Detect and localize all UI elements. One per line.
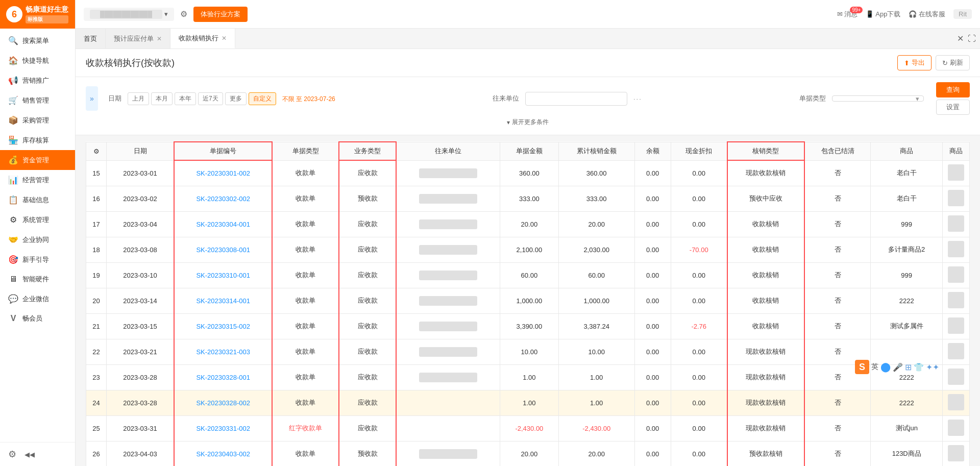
table-row: 17 2023-03-04 SK-20230304-001 收款单 应收款 ██… (86, 211, 970, 237)
cell-no: 22 (86, 339, 107, 364)
chevron-down-icon[interactable]: ▾ (164, 10, 168, 18)
sidebar-item-guide[interactable]: 🎯 新手引导 (0, 250, 75, 269)
search-icon: 🔍 (8, 36, 18, 45)
partner-input[interactable] (525, 92, 627, 106)
collapse-arrow-icon[interactable]: ◀◀ (24, 451, 35, 458)
refresh-button[interactable]: ↻ 刷新 (936, 55, 970, 70)
voucher-no-link[interactable]: SK-20230328-002 (196, 399, 250, 407)
expand-more-button[interactable]: ▾ 展开更多条件 (86, 115, 970, 130)
cell-balance: 0.00 (634, 339, 671, 364)
cell-include-settled: 否 (804, 262, 871, 288)
close-window-icon[interactable]: ✕ (957, 34, 964, 43)
voucher-type-select[interactable]: ▾ (832, 95, 924, 102)
basic-icon: 📋 (8, 195, 18, 205)
col-header-settings[interactable]: ⚙ (86, 142, 107, 160)
cell-partner: ████████ (396, 186, 500, 211)
table-container[interactable]: ⚙ 日期 单据编号 单据类型 业务类型 往来单位 单据金额 累计核销金额 余额 … (76, 135, 980, 466)
sidebar-item-basic[interactable]: 📋 基础信息 (0, 190, 75, 210)
cell-write-off-type: 收款核销 (727, 262, 804, 288)
cell-goods-img (943, 237, 970, 262)
cell-include-settled: 否 (804, 186, 871, 211)
industry-solution-button[interactable]: 体验行业方案 (193, 7, 248, 22)
cell-partner: ████████ (396, 288, 500, 313)
cell-balance: 0.00 (634, 262, 671, 288)
sidebar-item-hardware[interactable]: 🖥 智能硬件 (0, 269, 75, 289)
cell-amount: 3,390.00 (500, 313, 558, 339)
tab-receivable-label: 收款核销执行 (179, 34, 218, 43)
export-button[interactable]: ⬆ 导出 (897, 55, 932, 70)
sidebar-item-purchase[interactable]: 📦 采购管理 (0, 110, 75, 130)
app-download-button[interactable]: 📱 App下载 (866, 10, 900, 19)
col-header-biz-type: 业务类型 (339, 142, 396, 160)
cell-balance: 0.00 (634, 237, 671, 262)
more-date-button[interactable]: 更多 (225, 92, 247, 105)
message-icon: ✉ (837, 10, 843, 18)
tab-receivable-close-icon[interactable]: ✕ (222, 35, 227, 42)
this-year-button[interactable]: 本年 (175, 92, 196, 105)
last-7days-button[interactable]: 近7天 (198, 92, 223, 105)
voucher-no-link[interactable]: SK-20230304-001 (196, 220, 250, 228)
sidebar-item-member[interactable]: V 畅会员 (0, 309, 75, 328)
filter-settings-button[interactable]: 设置 (936, 100, 970, 115)
brand-selector[interactable]: ████████████ ▾ (84, 8, 174, 21)
cell-cumulative: 3,387.24 (558, 313, 634, 339)
user-name: Rit (959, 10, 967, 18)
sidebar-item-system[interactable]: ⚙ 系统管理 (0, 210, 75, 230)
cell-no: 17 (86, 211, 107, 237)
online-service-button[interactable]: 🎧 在线客服 (909, 10, 945, 19)
sidebar-item-operations[interactable]: 📊 经营管理 (0, 170, 75, 190)
cell-cumulative: 2,030.00 (558, 237, 634, 262)
sidebar-item-marketing[interactable]: 📢 营销推广 (0, 70, 75, 90)
query-button[interactable]: 查询 (936, 82, 970, 97)
cell-voucher-type: 收款单 (272, 160, 339, 186)
voucher-no-link[interactable]: SK-20230310-001 (196, 272, 250, 279)
sidebar-label-purchase: 采购管理 (22, 116, 49, 125)
this-month-button[interactable]: 本月 (151, 92, 173, 105)
sidebar-item-enterprise[interactable]: 🤝 企业协同 (0, 230, 75, 250)
cell-cash-discount: 0.00 (671, 262, 727, 288)
tab-receivable[interactable]: 收款核销执行 ✕ (170, 29, 235, 48)
cell-cash-discount: -2.76 (671, 313, 727, 339)
col-header-date: 日期 (107, 142, 175, 160)
cell-cash-discount: 0.00 (671, 160, 727, 186)
voucher-no-link[interactable]: SK-20230314-001 (196, 297, 250, 305)
date-label: 日期 (108, 94, 121, 103)
voucher-no-link[interactable]: SK-20230315-002 (196, 323, 250, 330)
cell-biz-type: 预收款 (339, 186, 396, 211)
tab-pre-order-close-icon[interactable]: ✕ (157, 35, 162, 42)
table-row: 23 2023-03-28 SK-20230328-001 收款单 应收款 ██… (86, 364, 970, 390)
sidebar-item-wechat[interactable]: 💬 企业微信 (0, 289, 75, 309)
sidebar-item-search[interactable]: 🔍 搜索菜单 (0, 31, 75, 51)
sidebar-item-inventory[interactable]: 🏪 库存核算 (0, 130, 75, 150)
sidebar-item-sales[interactable]: 🛒 销售管理 (0, 90, 75, 110)
col-header-balance: 余额 (634, 142, 671, 160)
custom-date-button[interactable]: 自定义 (249, 92, 276, 105)
cell-cumulative: 20.00 (558, 211, 634, 237)
tab-home[interactable]: 首页 (76, 29, 106, 48)
voucher-no-link[interactable]: SK-20230301-002 (196, 169, 250, 177)
maximize-icon[interactable]: ⛶ (968, 34, 976, 43)
last-month-button[interactable]: 上月 (128, 92, 149, 105)
sidebar-item-nav[interactable]: 🏠 快捷导航 (0, 51, 75, 70)
message-button[interactable]: ✉ 消息 99+ (837, 10, 858, 19)
cell-voucher-no: SK-20230321-003 (174, 339, 272, 364)
voucher-no-link[interactable]: SK-20230302-002 (196, 195, 250, 203)
cell-amount: 10.00 (500, 339, 558, 364)
table-row: 25 2023-03-31 SK-20230331-002 红字收款单 应收款 … (86, 415, 970, 441)
settings-icon[interactable]: ⚙ (8, 449, 16, 460)
cell-include-settled: 否 (804, 211, 871, 237)
cell-date: 2023-03-28 (107, 364, 175, 390)
voucher-no-link[interactable]: SK-20230403-002 (196, 450, 250, 458)
voucher-no-link[interactable]: SK-20230328-001 (196, 374, 250, 381)
guide-icon: 🎯 (8, 255, 18, 264)
voucher-no-link[interactable]: SK-20230331-002 (196, 425, 250, 432)
gear-icon[interactable]: ⚙ (180, 9, 187, 19)
sidebar-item-finance[interactable]: 💰 资金管理 (0, 150, 75, 170)
cell-cash-discount: 0.00 (671, 288, 727, 313)
user-profile[interactable]: Rit (953, 9, 972, 19)
cell-voucher-no: SK-20230315-002 (174, 313, 272, 339)
voucher-no-link[interactable]: SK-20230321-003 (196, 348, 250, 356)
tab-pre-order[interactable]: 预计应应付单 ✕ (106, 29, 170, 48)
voucher-no-link[interactable]: SK-20230308-001 (196, 246, 250, 254)
filter-collapse-button[interactable]: » (86, 86, 98, 111)
